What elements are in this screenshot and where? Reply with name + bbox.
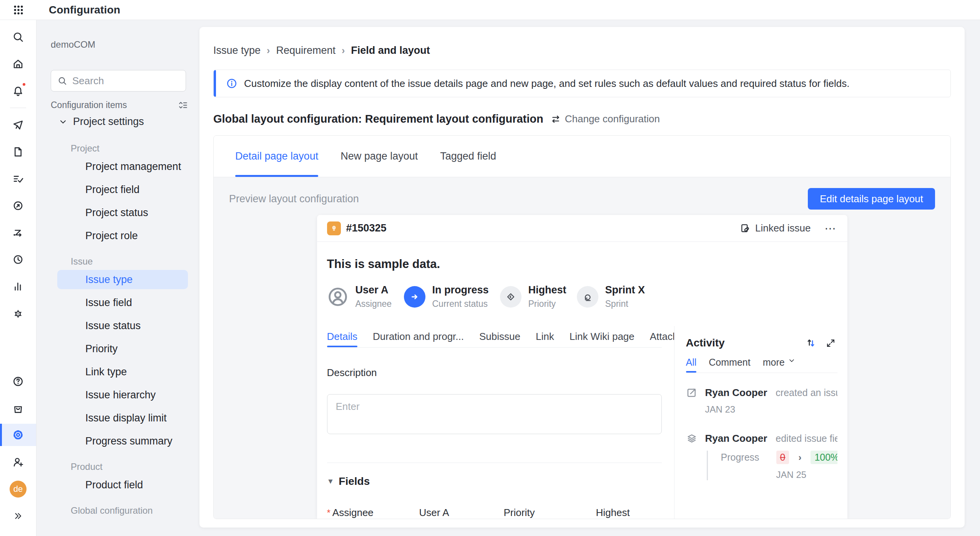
new-value-badge: 100%: [811, 451, 837, 464]
change-arrow-icon: ›: [798, 452, 801, 463]
field-value-priority[interactable]: Highest: [596, 507, 630, 519]
tab-link[interactable]: Link: [536, 326, 554, 347]
sidebar-item-progress-summary[interactable]: Progress summary: [57, 431, 188, 451]
sort-order-icon[interactable]: [806, 338, 816, 348]
top-bar: Configuration: [0, 0, 980, 20]
summary-field-sprint[interactable]: Sprint X Sprint: [577, 284, 645, 309]
activity-entry: Ryan Cooper created an issue JAN 23: [686, 387, 837, 415]
target-icon[interactable]: [7, 194, 30, 217]
sidebar-item-issue-hierarchy[interactable]: Issue hierarchy: [57, 385, 188, 404]
activity-entry: Ryan Cooper edited issue field Progress …: [686, 433, 837, 480]
search-input[interactable]: Search: [51, 70, 186, 92]
issue-type-badge-icon: [327, 221, 341, 235]
add-member-icon[interactable]: [7, 451, 30, 474]
sidebar-item-link-type[interactable]: Link type: [57, 362, 188, 381]
field-label-priority: Priority: [504, 507, 596, 519]
preview-label: Preview layout configuration: [229, 193, 359, 205]
info-banner: Customize the display content of the iss…: [213, 70, 951, 97]
document-icon[interactable]: [7, 140, 30, 163]
sprint-workflow-icon[interactable]: [7, 221, 30, 244]
summary-field-assignee[interactable]: User A Assignee: [327, 284, 404, 309]
sidebar-item-product-field[interactable]: Product field: [57, 475, 188, 494]
sidebar-group-global-configuration: Global configuration: [71, 505, 188, 516]
sidebar-item-issue-display-limit[interactable]: Issue display limit: [57, 408, 188, 428]
sidebar-item-project-role[interactable]: Project role: [57, 226, 188, 245]
search-icon[interactable]: [7, 25, 30, 48]
issue-title: This is sample data.: [327, 257, 837, 271]
old-value-badge: 0: [776, 451, 789, 464]
tab-more[interactable]: more: [763, 357, 796, 373]
tab-details[interactable]: Details: [327, 326, 357, 347]
field-value-assignee[interactable]: User A: [419, 507, 504, 519]
more-actions-icon[interactable]: ⋯: [825, 223, 837, 234]
test-gear-icon[interactable]: [7, 302, 30, 325]
sidebar-item-issue-status[interactable]: Issue status: [57, 316, 188, 335]
breadcrumb-requirement[interactable]: Requirement: [276, 45, 336, 57]
tab-link-wiki-page[interactable]: Link Wiki page: [570, 326, 635, 347]
activity-user[interactable]: Ryan Cooper: [705, 433, 767, 444]
issue-id: #150325: [346, 222, 387, 234]
field-change-detail: Progress 0 › 100% JAN 25: [707, 451, 837, 480]
fields-row: *Assignee User A Priority Highest: [327, 507, 662, 519]
activity-user[interactable]: Ryan Cooper: [705, 387, 767, 399]
description-label: Description: [327, 367, 662, 379]
banner-text: Customize the display content of the iss…: [244, 78, 849, 90]
edit-details-page-layout-button[interactable]: Edit details page layout: [808, 188, 935, 210]
config-sidebar: demoCOM Search Configuration items Proje…: [37, 20, 199, 536]
sidebar-item-issue-type[interactable]: Issue type: [57, 270, 188, 289]
home-icon[interactable]: [7, 52, 30, 75]
info-icon: [226, 78, 238, 89]
sidebar-item-project-field[interactable]: Project field: [57, 180, 188, 199]
tab-attachment[interactable]: Attachment: [650, 326, 674, 347]
issue-preview-card: #150325 Linked issue ⋯ This is: [317, 215, 847, 519]
tab-tagged-field[interactable]: Tagged field: [440, 136, 496, 177]
task-checklist-icon[interactable]: [7, 167, 30, 190]
layout-card: Detail page layout New page layout Tagge…: [213, 135, 951, 519]
notifications-bell-icon[interactable]: [7, 79, 30, 102]
breadcrumb-current: Field and layout: [351, 45, 430, 57]
fields-section-header[interactable]: ▼ Fields: [327, 475, 662, 488]
issue-summary-fields: User A Assignee In progress: [327, 284, 837, 309]
activity-tabs: All Comment more: [686, 357, 837, 373]
breadcrumb-issue-type[interactable]: Issue type: [213, 45, 261, 57]
expand-rail-icon[interactable]: [7, 504, 30, 528]
status-arrow-icon: [404, 286, 425, 308]
icon-rail: de: [0, 20, 37, 536]
settings-gear-icon[interactable]: [0, 424, 36, 446]
sidebar-item-issue-field[interactable]: Issue field: [57, 293, 188, 312]
expand-activity-icon[interactable]: [826, 338, 836, 348]
bar-chart-icon[interactable]: [7, 275, 30, 298]
sidebar-item-project-status[interactable]: Project status: [57, 203, 188, 222]
clock-icon[interactable]: [7, 248, 30, 271]
sidebar-item-project-management[interactable]: Project management: [57, 157, 188, 176]
sort-list-icon[interactable]: [178, 100, 188, 110]
tab-all[interactable]: All: [686, 357, 697, 373]
main-area: Issue type › Requirement › Field and lay…: [199, 20, 980, 536]
tab-subissue[interactable]: Subissue: [479, 326, 520, 347]
help-icon[interactable]: [7, 370, 30, 393]
tab-detail-page-layout[interactable]: Detail page layout: [235, 136, 318, 177]
sidebar-item-priority[interactable]: Priority: [57, 339, 188, 358]
collapse-triangle-icon: ▼: [327, 477, 334, 486]
linked-issue-button[interactable]: Linked issue: [740, 222, 811, 234]
shopping-bag-icon[interactable]: [7, 397, 30, 420]
sidebar-item-project-settings[interactable]: Project settings: [51, 116, 188, 128]
activity-date: JAN 23: [705, 404, 837, 415]
sidebar-group-issue: Issue: [71, 256, 188, 267]
description-input[interactable]: Enter: [327, 394, 662, 434]
tab-duration-progress[interactable]: Duration and progr...: [373, 326, 464, 347]
activity-action: created an issue: [776, 387, 837, 398]
avatar[interactable]: de: [7, 478, 30, 501]
configuration-items-label: Configuration items: [51, 100, 127, 110]
breadcrumb-separator-icon: ›: [342, 45, 345, 56]
change-configuration-link[interactable]: Change configuration: [550, 113, 660, 125]
team-name: demoCOM: [51, 39, 188, 50]
project-plane-icon[interactable]: [7, 113, 30, 136]
tab-comment[interactable]: Comment: [709, 357, 750, 373]
app-grid-icon[interactable]: [13, 4, 24, 16]
activity-date: JAN 25: [776, 469, 837, 480]
search-placeholder: Search: [72, 75, 104, 87]
summary-field-status[interactable]: In progress Current status: [404, 284, 500, 309]
summary-field-priority[interactable]: Highest Priority: [500, 284, 577, 309]
tab-new-page-layout[interactable]: New page layout: [341, 136, 418, 177]
